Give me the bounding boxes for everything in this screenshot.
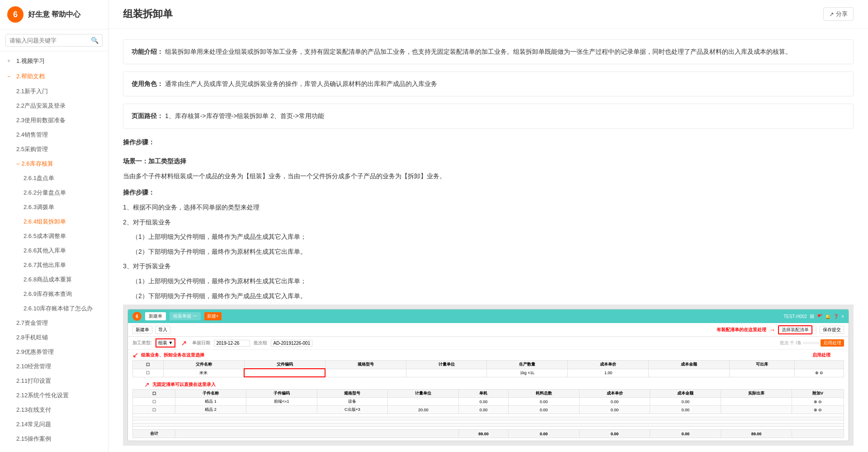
sidebar-item-custom[interactable]: 2.12系统个性化设置 [0,388,108,403]
mock-col-available: 可出库 [730,361,794,369]
ops-steps-title: 操作步骤： [123,186,854,199]
mock-lower-cell-code2 [246,406,317,414]
mock-lower-cell-ops2[interactable]: ⊕ ⊖ [792,406,844,414]
mock-btn-new[interactable]: 新建单 [132,326,152,334]
sidebar-item-purchase[interactable]: 2.5采购管理 [0,142,108,157]
path-block: 页面路径： 1、库存核算->库存管理->组装拆卸单 2、首页->常用功能 [123,104,854,128]
mock-lower-cell-check[interactable]: ☐ [133,398,175,406]
mock-lower-cell-tqty1: 0.00 [508,398,579,406]
table-row: ☐ 精品 1 前端<=1 设备 0.00 0.00 0.00 0.00 ⊕ [133,398,844,406]
sidebar-item-sales[interactable]: 2.4销售管理 [0,128,108,142]
mock-col-ops [794,361,844,369]
sidebar-item-otherout[interactable]: 2.6.7其他出库单 [0,258,108,272]
step2: 2、对于组装业务 [123,216,854,228]
mock-qty-field [803,342,819,344]
mock-col-qty: 生产数量 [487,361,568,369]
mock-close-icon[interactable]: × [841,314,844,319]
step3-1: （1）上部明细为父件明细，最终作为原材料生成其它出库单； [123,275,854,287]
mock-lower-table: ☐ 子件名称 子件编码 规格型号 计量单位 单耗 耗料总数 成本单价 成本金额 … [132,389,844,438]
sidebar-item-data[interactable]: 2.3使用前数据准备 [0,113,108,128]
main-content: 功能介绍： 组装拆卸单用来处理企业组装或拆卸等加工业务，支持有固定装配清单的产品… [108,29,868,452]
mock-col-parent-code: 父件编码 [244,361,325,369]
mock-lower-cell-actual2 [721,406,792,414]
mock-lower-cell-check[interactable]: ☐ [133,406,175,414]
mock-rows-annotation: ↗ 无固定清单可以直接在这里录入 [128,380,849,389]
search-input[interactable] [9,37,91,44]
mock-lower-table-wrap: ☐ 子件名称 子件编码 规格型号 计量单位 单耗 耗料总数 成本单价 成本金额 … [128,389,849,441]
sidebar-item-cases[interactable]: 2.15操作案例 [0,432,108,446]
mock-cell-action[interactable]: ⊕ ⊖ [794,369,844,377]
sidebar-item-faq[interactable]: 2.14常见问题 [0,417,108,432]
mock-icon-bell: 🔔 [825,314,830,319]
search-wrap[interactable]: 🔍 [5,34,103,47]
mock-btn-select-bom[interactable]: 选择装配清单 [778,325,812,334]
main-area: 组装拆卸单 ↗ 分享 功能介绍： 组装拆卸单用来处理企业组装或拆卸等加工业务，支… [108,0,868,452]
sidebar-sub-label: 2.6.1盘点单 [24,174,54,182]
mock-lower-cell-ops1[interactable]: ⊕ ⊖ [792,398,844,406]
sidebar-item-install[interactable]: 2.2产品安装及登录 [0,99,108,113]
mock-btn-process[interactable]: 启用处理 [821,339,844,347]
table-row [133,414,844,417]
sidebar-item-inventory[interactable]: − 2.6库存核算 [0,157,108,171]
mock-lower-cell-name2: 精品 2 [175,406,246,414]
sidebar-sub-label: 2.6.7其他出库单 [24,261,66,269]
mock-app-id: TEST-H002 [783,314,807,319]
sidebar-item-adjust[interactable]: 2.6.3调拨单 [0,200,108,214]
sidebar-item-costcalc[interactable]: 2.6.8商品成本重算 [0,272,108,287]
sidebar-item-assembly[interactable]: 2.6.4组装拆卸单 [0,214,108,229]
sidebar-item-costadj[interactable]: 2.6.5成本调整单 [0,229,108,243]
mock-header-right: TEST-H002 ⊞ 🚩 🔔 ❓ × [783,313,844,319]
mock-lower-col-ops: 附加V [792,390,844,398]
mock-upper-table: ☐ 父件名称 父件编码 规格型号 计量单位 生产数量 成本单价 成本金额 可出库 [132,360,844,377]
mock-col-check: ☐ [133,361,164,369]
intro-label: 功能介绍： [132,48,163,55]
mock-lower-cell-unit2: 20.00 [388,406,459,414]
mock-cell-avail [730,369,794,377]
table-row: ☐ 精品 2 C出版+3 20.00 0.00 0.00 0.00 0.00 [133,406,844,414]
mock-lower-cell-qty2: 0.00 [459,406,509,414]
mock-lower-cell-code1: 前端<=1 [246,398,317,406]
mock-btn-save[interactable]: 保存提交 [820,326,844,334]
sidebar-item-label: 1.视频学习 [16,57,45,65]
mock-foot-ops [792,430,844,438]
sidebar-item-stockcheck[interactable]: 2.6.1盘点单 [0,171,108,186]
sidebar-item-ops[interactable]: 2.10经营管理 [0,359,108,374]
sidebar: 6 好生意 帮助中心 🔍 + 1.视频学习 − 2.帮助文档 2.1新手入门 2… [0,0,108,452]
search-icon[interactable]: 🔍 [91,37,99,44]
sidebar-item-stockerr[interactable]: 2.6.10库存账本错了怎么办 [0,301,108,316]
mock-lower-cell-ucost2: 0.00 [579,406,650,414]
sidebar-item-coupon[interactable]: 2.9优惠券管理 [0,345,108,359]
mock-cell-spec [325,369,406,377]
sidebar-item-otherin[interactable]: 2.6.6其他入库单 [0,243,108,258]
mock-cell-code [244,369,325,377]
sidebar-item-splitstock[interactable]: 2.6.2分量盘点单 [0,186,108,200]
sidebar-sub-label: 2.2产品安装及登录 [16,102,66,110]
mock-btn-import[interactable]: 导入 [155,326,170,334]
sidebar-sub-label: 2.5采购管理 [16,145,48,153]
mock-lower-cell-tqty2: 0.00 [508,406,579,414]
sidebar-item-mobile[interactable]: 2.8手机旺铺 [0,330,108,345]
mock-cell-check[interactable]: ☐ [133,369,164,377]
sidebar-sub-label: 2.9优惠券管理 [16,348,54,356]
sidebar-item-video[interactable]: + 1.视频学习 [0,53,108,69]
sidebar-sub-label: 2.1新手入门 [16,87,48,95]
main-header: 组装拆卸单 ↗ 分享 [108,0,868,29]
sidebar-sub-label: 2.6库存核算 [22,160,53,168]
role-text: 通常由生产人员或库管人员完成拆装业务的操作，库管人员确认原材料的出库和产成品的入… [165,80,437,87]
sidebar-item-onlinepay[interactable]: 2.13在线支付 [0,403,108,417]
mock-lower-col-check: ☐ [133,390,175,398]
mock-icon-flag: 🚩 [817,314,822,319]
sidebar-item-print[interactable]: 2.11打印设置 [0,374,108,388]
mock-type-selector[interactable]: 组装 ▼ [156,338,176,347]
search-box: 🔍 [0,29,108,52]
sidebar-item-docs[interactable]: − 2.帮助文档 [0,69,108,84]
mock-cell-name: 米米 [163,369,244,377]
sidebar-sub-label: 2.12系统个性化设置 [16,391,69,400]
sidebar-item-finance[interactable]: 2.7资金管理 [0,316,108,330]
sidebar-item-stockquery[interactable]: 2.6.9库存账本查询 [0,287,108,301]
mock-cell-qty: 1kg ×1L [487,369,568,377]
annotation-bomlist-label: 有装配清单的在这里处理 [717,327,766,333]
mock-empty-row6 [133,423,844,427]
sidebar-item-newbie[interactable]: 2.1新手入门 [0,84,108,99]
share-button[interactable]: ↗ 分享 [823,7,854,21]
